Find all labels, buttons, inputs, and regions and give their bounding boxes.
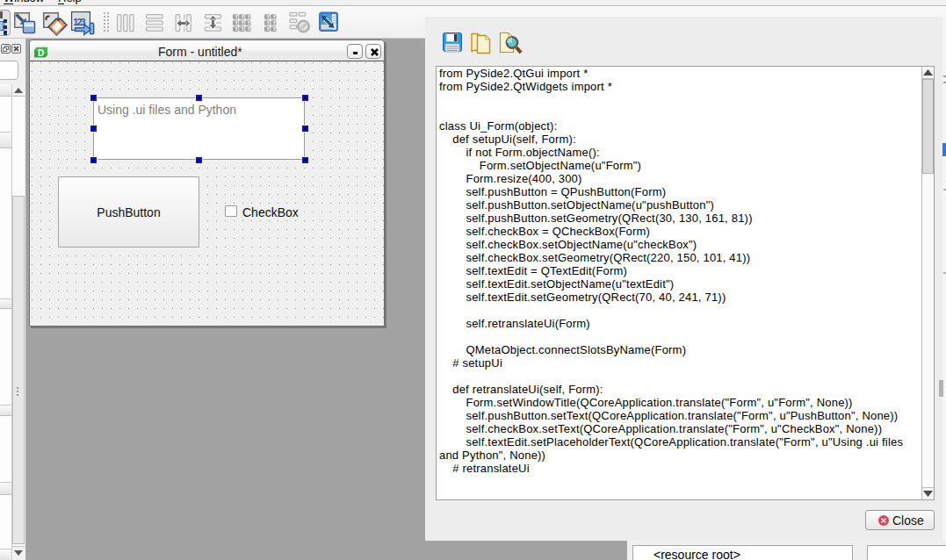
svg-text:D: D [38, 48, 44, 58]
